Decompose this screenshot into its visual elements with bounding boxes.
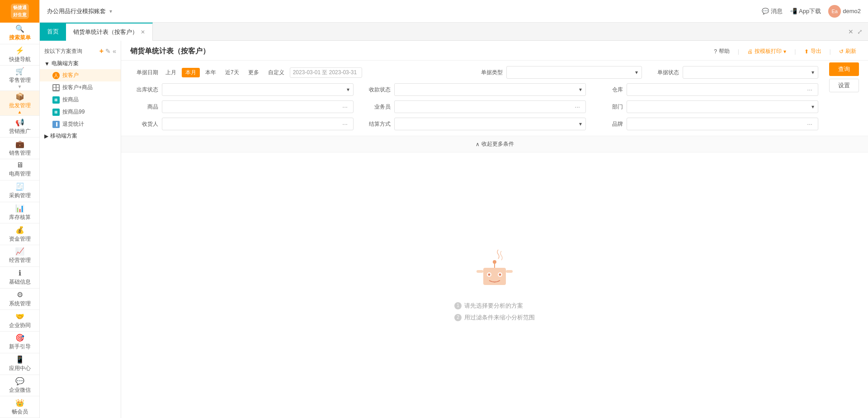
- message-button[interactable]: 💬 消息: [762, 7, 783, 15]
- collapse-scheme-icon[interactable]: «: [113, 48, 116, 55]
- app-download-button[interactable]: 📲 App下载: [790, 7, 821, 15]
- close-tab-icon[interactable]: ✕: [141, 29, 145, 35]
- marketing-icon: 📢: [15, 118, 24, 127]
- goods-scheme-icon: ▦: [52, 96, 60, 104]
- goods-select[interactable]: ···: [162, 100, 354, 113]
- chevron-right-icon: ▶: [44, 133, 48, 139]
- expand-icon-active: ▲: [18, 109, 22, 114]
- page-header: 销货单统计表（按客户） ? 帮助 | 🖨 按模板打印 ▾ | ⬆: [121, 41, 868, 61]
- scheme-group-desktop-header[interactable]: ▼ 电脑端方案: [40, 58, 121, 69]
- payment-status-select[interactable]: ▾: [394, 83, 586, 96]
- goods-label: 商品: [130, 103, 162, 111]
- info-icon: ℹ: [19, 269, 21, 277]
- doc-status-select[interactable]: ▾: [683, 66, 818, 79]
- scheme-item-by-customer-goods[interactable]: 按客户+商品: [40, 81, 121, 94]
- sidebar-item-sales[interactable]: 💼 销售管理: [0, 138, 39, 159]
- scheme-item-by-goods-99[interactable]: ▦ 按商品99: [40, 106, 121, 118]
- top-dropdown-icon[interactable]: ▾: [109, 8, 112, 14]
- out-status-select[interactable]: ▾: [162, 83, 354, 96]
- export-button[interactable]: ⬆ 导出: [802, 46, 824, 57]
- sidebar-item-marketing[interactable]: 📢 营销推广: [0, 116, 39, 138]
- date-tab-this-year[interactable]: 本年: [202, 68, 220, 77]
- sidebar-item-basic-info[interactable]: ℹ 基础信息: [0, 267, 39, 289]
- template-print-dropdown-icon: ▾: [783, 48, 786, 55]
- empty-illustration: [472, 247, 517, 293]
- search-icon: 🔍: [15, 24, 24, 33]
- member-icon: 👑: [15, 399, 24, 407]
- salesperson-more-icon[interactable]: ···: [573, 103, 582, 110]
- scheme-group-mobile-header[interactable]: ▶ 移动端方案: [40, 130, 121, 142]
- sidebar-item-newbie[interactable]: 🎯 新手引导: [0, 332, 39, 353]
- sidebar-item-app-center[interactable]: 📱 应用中心: [0, 353, 39, 375]
- top-header: 办公用品行业模拟账套 ▾ 💬 消息 📲 App下载 Ea demo2: [40, 0, 868, 23]
- svg-point-3: [488, 273, 491, 276]
- sidebar-item-enterprise[interactable]: 🤝 企业协同: [0, 310, 39, 332]
- date-picker-group: 上月 本月 本年 近7天 更多 自定义 2023-03-01 至 2023-03…: [162, 67, 466, 78]
- scheme-panel: 按以下方案查询 + ✎ « ▼ 电脑端方案 人 按客户: [40, 41, 121, 418]
- help-button[interactable]: ? 帮助: [711, 46, 732, 57]
- scheme-group-mobile: ▶ 移动端方案: [40, 130, 121, 142]
- add-scheme-icon[interactable]: +: [99, 47, 104, 55]
- user-menu-button[interactable]: Ea demo2: [828, 5, 861, 18]
- salesperson-select[interactable]: ···: [394, 100, 586, 113]
- collapse-button[interactable]: ∧ 收起更多条件: [470, 139, 519, 149]
- ecommerce-icon: 🖥: [16, 161, 24, 169]
- scheme-item-by-goods[interactable]: ▦ 按商品: [40, 94, 121, 106]
- edit-scheme-icon[interactable]: ✎: [105, 48, 111, 55]
- receiver-select[interactable]: ···: [162, 118, 354, 130]
- date-tab-last-month[interactable]: 上月: [162, 68, 180, 77]
- payment-status-label: 收款状态: [363, 86, 394, 94]
- main-wrapper: 办公用品行业模拟账套 ▾ 💬 消息 📲 App下载 Ea demo2 首页: [40, 0, 868, 418]
- purchase-icon: 🧾: [15, 182, 24, 191]
- brand-select[interactable]: ···: [627, 118, 818, 130]
- department-dropdown-icon: ▾: [811, 104, 814, 110]
- svg-point-6: [493, 260, 496, 264]
- date-tab-more[interactable]: 更多: [245, 68, 263, 77]
- warehouse-select[interactable]: ···: [627, 83, 818, 96]
- customer-goods-scheme-icon: [52, 84, 60, 91]
- sidebar-item-sys[interactable]: ⚙ 系统管理: [0, 289, 39, 310]
- content-area: 销货单统计表（按客户） ? 帮助 | 🖨 按模板打印 ▾ | ⬆: [121, 41, 868, 418]
- sidebar-item-retail[interactable]: 🛒 零售管理 ▼: [0, 66, 39, 90]
- sidebar-item-wholesale[interactable]: 📦 批发管理 ▲: [0, 91, 39, 116]
- scheme-item-return-stat[interactable]: ▐ 退货统计: [40, 118, 121, 130]
- date-tab-custom[interactable]: 自定义: [264, 68, 288, 77]
- warehouse-more-icon[interactable]: ···: [805, 86, 814, 93]
- message-icon: 💬: [762, 8, 769, 14]
- tab-sales-stat[interactable]: 销货单统计表（按客户） ✕: [66, 23, 153, 41]
- goods-more-icon[interactable]: ···: [340, 103, 349, 110]
- query-button[interactable]: 查询: [829, 62, 859, 76]
- department-select[interactable]: ▾: [627, 100, 818, 113]
- sidebar-item-member[interactable]: 👑 畅会员: [0, 396, 39, 418]
- date-tab-this-month[interactable]: 本月: [182, 68, 200, 77]
- home-tab-label: 首页: [47, 28, 59, 36]
- brand-more-icon[interactable]: ···: [805, 120, 814, 128]
- app-logo: 畅捷通 好生意: [0, 0, 39, 23]
- sidebar-item-ecommerce[interactable]: 🖥 电商管理: [0, 159, 39, 180]
- sidebar-item-business[interactable]: 📈 经营管理: [0, 245, 39, 267]
- close-window-icon[interactable]: ✕: [848, 28, 854, 35]
- date-tab-last-7days[interactable]: 近7天: [222, 68, 243, 77]
- sidebar-item-inventory[interactable]: 📊 库存核算: [0, 202, 39, 224]
- maximize-icon[interactable]: ⤢: [857, 28, 863, 35]
- refresh-button[interactable]: ↺ 刷新: [836, 46, 859, 57]
- sidebar-item-quick-nav[interactable]: ⚡ 快捷导航: [0, 44, 39, 66]
- settings-button[interactable]: 设置: [829, 79, 859, 92]
- svg-rect-8: [506, 270, 513, 273]
- filter-row-1: 单据日期 上月 本月 本年 近7天 更多 自定义 2023-03-01 至 20…: [130, 66, 859, 79]
- tab-maximize-area: ✕ ⤢: [843, 28, 868, 35]
- sidebar-item-search-menu[interactable]: 🔍 搜索菜单: [0, 23, 39, 44]
- settlement-select[interactable]: ▾: [394, 118, 586, 130]
- doc-type-select[interactable]: ▾: [506, 66, 642, 79]
- sidebar-item-enterprise-wechat[interactable]: 💬 企业微信: [0, 375, 39, 397]
- sidebar-item-finance[interactable]: 💰 资金管理: [0, 223, 39, 245]
- receiver-more-icon[interactable]: ···: [340, 120, 349, 128]
- scheme-item-by-customer[interactable]: 人 按客户: [40, 69, 121, 81]
- lightning-icon: ⚡: [15, 46, 24, 55]
- divider3: |: [830, 48, 831, 55]
- brand-label: 品牌: [595, 120, 627, 128]
- date-range-display[interactable]: 2023-03-01 至 2023-03-31: [290, 67, 362, 78]
- sidebar-item-purchase[interactable]: 🧾 采购管理: [0, 180, 39, 202]
- tab-home[interactable]: 首页: [40, 23, 66, 41]
- template-print-button[interactable]: 🖨 按模板打印 ▾: [745, 46, 789, 57]
